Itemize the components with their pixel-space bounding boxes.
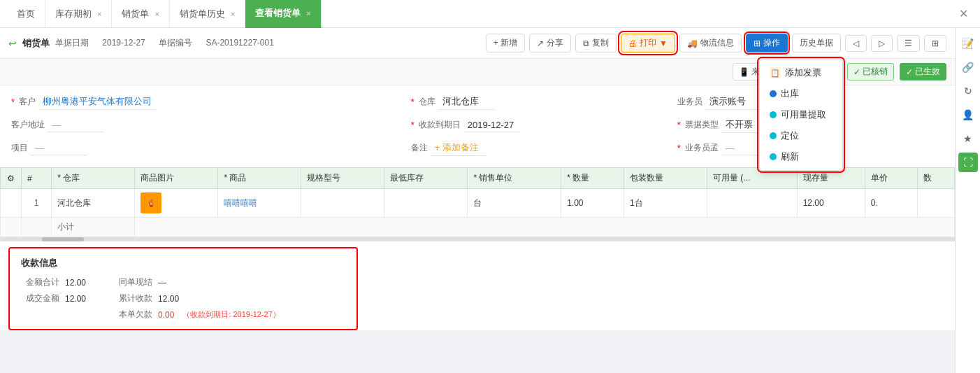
sidebar-link-icon[interactable]: 🔗 <box>958 57 978 77</box>
circle-cyan2-icon <box>770 132 777 139</box>
table-scrollbar[interactable] <box>0 237 955 241</box>
remark-add-btn[interactable]: + 添加备注 <box>431 140 487 156</box>
share-icon: ↗ <box>537 38 544 48</box>
tab-sales-history-close[interactable]: × <box>231 10 235 18</box>
row-num: 1 <box>22 189 52 218</box>
project-label: 项目 <box>11 142 28 154</box>
sidebar-user-icon[interactable]: 👤 <box>958 105 978 125</box>
tab-sales-history[interactable]: 销货单历史 × <box>170 0 245 28</box>
warehouse-field: * 仓库 河北仓库 <box>411 94 677 110</box>
row-unit-price: 0. <box>865 189 917 218</box>
owed-label: 本单欠款 <box>114 309 152 321</box>
total-amount-label: 金额合计 <box>21 276 59 288</box>
sidebar-rotate-icon[interactable]: ↻ <box>958 81 978 101</box>
col-gear[interactable]: ⚙ <box>1 168 22 189</box>
dropdown-available-qty[interactable]: 可用量提取 <box>760 104 842 125</box>
subtotal-label: 小计 <box>52 218 135 237</box>
payment-date-value[interactable]: 2019-12-27 <box>463 118 519 132</box>
view-list-button[interactable]: ☰ <box>897 35 920 52</box>
tab-bar-right: ✕ <box>953 4 973 24</box>
payment-owed: 本单欠款 0.00 （收款到期日: 2019-12-27） <box>114 309 280 321</box>
col-sales-unit: * 销售单位 <box>468 168 561 189</box>
payment-col-left: 金额合计 12.00 成交金额 12.00 <box>21 276 86 321</box>
tab-home[interactable]: 首页 <box>7 0 45 28</box>
dropdown-locate[interactable]: 定位 <box>760 125 842 146</box>
cumulative-label: 累计收款 <box>114 293 152 304</box>
product-thumbnail: 🧯 <box>140 192 161 213</box>
deal-amount-value: 12.00 <box>65 294 86 304</box>
product-table: ⚙ # * 仓库 商品图片 * 商品 规格型号 最低库存 * 销售单位 * 数量… <box>0 167 955 237</box>
remark-label: 备注 <box>411 142 428 154</box>
tab-inventory-init[interactable]: 库存期初 × <box>45 0 112 28</box>
address-value: — <box>48 118 103 132</box>
table-row: 1 河北仓库 🧯 嘻嘻嘻嘻 台 1.00 1台 12.00 0. <box>1 189 955 218</box>
number-label: 单据编号 <box>159 38 192 48</box>
col-product: * 商品 <box>218 168 301 189</box>
date-label: 单据日期 <box>55 38 89 48</box>
operation-button[interactable]: ⊞ 操作 <box>746 34 788 52</box>
sidebar-expand-icon[interactable]: ⛶ <box>958 153 978 172</box>
dropdown-outbound[interactable]: 出库 <box>760 83 842 104</box>
col-more: 数 <box>917 168 954 189</box>
address-label: 客户地址 <box>11 119 45 131</box>
customer-value[interactable]: 柳州粤港平安气体有限公司 <box>38 94 156 110</box>
tab-inventory-init-close[interactable]: × <box>97 10 101 18</box>
deal-amount-label: 成交金额 <box>21 293 59 304</box>
payment-col-right: 同单现结 — 累计收款 12.00 本单欠款 0.00 （收款到期日: 2019… <box>114 276 280 321</box>
copy-button[interactable]: ⧉ 复制 <box>575 34 617 52</box>
staff2-label: 业务员孟 <box>685 142 719 154</box>
view-grid-button[interactable]: ⊞ <box>924 35 946 52</box>
scrollbar-thumb[interactable] <box>42 237 84 241</box>
row-min-stock <box>384 189 468 218</box>
product-table-container: ⚙ # * 仓库 商品图片 * 商品 规格型号 最低库存 * 销售单位 * 数量… <box>0 167 955 237</box>
col-warehouse: * 仓库 <box>52 168 135 189</box>
row-sales-unit: 台 <box>468 189 561 218</box>
tab-sales-order[interactable]: 销货单 × <box>112 0 169 28</box>
customer-label: 客户 <box>19 96 36 108</box>
payment-deal-amount: 成交金额 12.00 <box>21 293 86 304</box>
project-value: — <box>31 141 87 155</box>
number-value: SA-20191227-001 <box>206 38 273 48</box>
dropdown-add-invoice[interactable]: 📋 添加发票 <box>760 62 842 83</box>
subtotal-data <box>135 218 955 237</box>
dropdown-refresh[interactable]: 刷新 <box>760 146 842 167</box>
effective-button[interactable]: ✓ 已生效 <box>900 63 946 80</box>
toolbar-actions: + 新增 ↗ 分享 ⧉ 复制 🖨 打印 ▼ 🚚 物流信息 <box>486 34 946 52</box>
print-button[interactable]: 🖨 打印 ▼ <box>621 34 675 52</box>
row-gear[interactable] <box>1 189 22 218</box>
sidebar-star-icon[interactable]: ★ <box>958 129 978 148</box>
tab-bar: 首页 库存期初 × 销货单 × 销货单历史 × 查看销货单 × ✕ <box>0 0 980 28</box>
col-available: 可用量 (... <box>707 168 797 189</box>
sidebar-edit-icon[interactable]: 📝 <box>958 34 978 53</box>
doc-meta: 单据日期 2019-12-27 单据编号 SA-20191227-001 <box>55 37 282 49</box>
col-pack-qty: 包装数量 <box>624 168 707 189</box>
window-close-button[interactable]: ✕ <box>953 4 973 24</box>
total-amount-value: 12.00 <box>65 278 86 288</box>
nav-next-button[interactable]: ▷ <box>871 35 893 52</box>
doc-icon: ↩ <box>8 38 17 49</box>
tab-view-sales[interactable]: 查看销货单 × <box>245 0 321 28</box>
history-button[interactable]: 历史单据 <box>792 34 841 52</box>
tab-view-sales-close[interactable]: × <box>306 9 310 17</box>
warehouse-value[interactable]: 河北仓库 <box>438 94 494 110</box>
row-pack-qty: 1台 <box>624 189 707 218</box>
row-warehouse: 河北仓库 <box>52 189 135 218</box>
payment-date-field: * 收款到期日 2019-12-27 <box>411 118 677 132</box>
tab-sales-order-close[interactable]: × <box>154 10 159 18</box>
confirmed-button[interactable]: ✓ 已核销 <box>847 63 894 80</box>
table-header-row: ⚙ # * 仓库 商品图片 * 商品 规格型号 最低库存 * 销售单位 * 数量… <box>1 168 955 189</box>
print-dropdown-arrow[interactable]: ▼ <box>659 38 668 48</box>
logistics-button[interactable]: 🚚 物流信息 <box>679 34 742 52</box>
new-button[interactable]: + 新增 <box>486 34 525 52</box>
col-current-stock: 现存量 <box>797 168 865 189</box>
circle-cyan-icon <box>770 111 777 118</box>
share-button[interactable]: ↗ 分享 <box>529 34 571 52</box>
row-spec <box>301 189 384 218</box>
effective-check-icon: ✓ <box>906 67 913 77</box>
nav-prev-button[interactable]: ◁ <box>845 35 867 52</box>
copy-icon: ⧉ <box>583 38 589 48</box>
payment-date-label: 收款到期日 <box>419 119 461 131</box>
row-product[interactable]: 嘻嘻嘻嘻 <box>218 189 301 218</box>
truck-icon: 🚚 <box>687 38 698 48</box>
address-field: 客户地址 — <box>11 118 411 132</box>
